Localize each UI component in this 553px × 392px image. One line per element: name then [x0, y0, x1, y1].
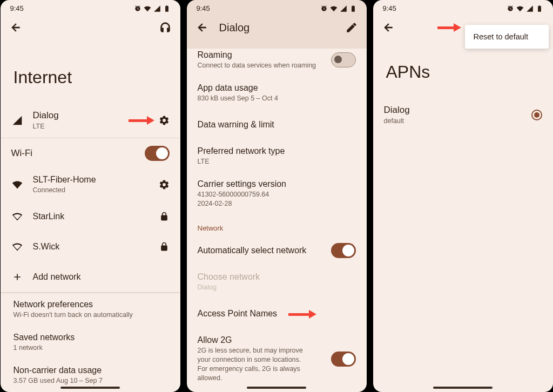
setting-sub: 41302-56000000759.642024-02-28	[198, 190, 356, 208]
lock-indicator	[159, 211, 170, 222]
alarm-icon	[134, 5, 141, 12]
pref-sub: Wi-Fi doesn't turn back on automatically	[14, 311, 167, 319]
gear-icon	[159, 115, 170, 126]
network-name: StarLink	[33, 212, 149, 221]
apn-radio[interactable]	[531, 110, 542, 120]
alarm-icon	[507, 5, 514, 12]
pref-title: Network preferences	[14, 300, 167, 309]
setting-toggle[interactable]	[331, 52, 356, 67]
setting-sub: 830 kB used Sep 5 – Oct 4	[198, 94, 356, 103]
setting-title: Allow 2G	[198, 335, 321, 345]
wifi-status-icon	[144, 5, 151, 12]
nav-pill[interactable]	[60, 387, 120, 389]
setting-sub: Dialog	[198, 283, 356, 292]
carrier-name: Dialog	[33, 110, 149, 121]
clock: 9:45	[383, 4, 396, 12]
pref-row[interactable]: Saved networks1 network	[1, 326, 180, 359]
setting-row[interactable]: Automatically select network	[187, 235, 367, 266]
section-network: Network	[187, 214, 367, 235]
setting-row: Choose networkDialog	[187, 266, 367, 299]
setting-title: Automatically select network	[198, 246, 321, 255]
carrier-row[interactable]: Dialog LTE	[1, 104, 180, 138]
lock-indicator	[159, 241, 170, 252]
nav-pill[interactable]	[247, 387, 306, 389]
topbar	[1, 15, 180, 40]
back-button[interactable]	[195, 21, 208, 34]
plus-icon	[12, 272, 23, 282]
network-name: S.Wick	[33, 242, 149, 252]
callout-arrow-3	[437, 23, 461, 32]
signal-icon	[153, 5, 161, 12]
setting-row[interactable]: Carrier settings version41302-5600000075…	[187, 173, 367, 215]
pref-title: Non-carrier data usage	[14, 366, 167, 375]
menu-reset-default[interactable]: Reset to default	[474, 32, 540, 41]
clock: 9:45	[197, 4, 210, 12]
apn-name: Dialog	[384, 105, 522, 116]
wifi-status-icon	[330, 5, 338, 12]
wifi-icon	[12, 241, 23, 252]
screen-apns: 9:45 Reset to default APNs Dialog defaul…	[373, 0, 553, 392]
lock-icon	[159, 211, 170, 222]
setting-row[interactable]: Allow 2G2G is less secure, but may impro…	[187, 329, 367, 389]
setting-title: Data warning & limit	[198, 120, 356, 130]
setting-toggle[interactable]	[331, 352, 356, 367]
setting-sub: Connect to data services when roaming	[198, 61, 321, 70]
setting-title: App data usage	[198, 83, 356, 93]
network-settings-button[interactable]	[159, 179, 170, 190]
wifi-network-row[interactable]: StarLink	[1, 201, 180, 232]
signal-icon	[340, 5, 347, 12]
wifi-icon	[12, 179, 23, 190]
setting-row[interactable]: RoamingConnect to data services when roa…	[187, 44, 367, 77]
setting-row[interactable]: Preferred network typeLTE	[187, 140, 367, 173]
edit-button[interactable]	[345, 21, 358, 34]
alarm-icon	[320, 5, 328, 12]
setting-title: Carrier settings version	[198, 179, 356, 189]
wifi-toggle-row[interactable]: Wi-Fi	[1, 138, 180, 168]
pref-row[interactable]: Network preferencesWi-Fi doesn't turn ba…	[1, 293, 180, 326]
apn-sub: default	[384, 117, 522, 126]
back-button[interactable]	[9, 21, 22, 34]
signal-icon	[12, 115, 23, 126]
status-bar: 9:45	[187, 0, 367, 15]
screen-internet: 9:45 Internet Dialog LTE	[1, 0, 180, 392]
lock-icon	[159, 241, 170, 252]
status-icons	[507, 5, 543, 12]
setting-row[interactable]: Data warning & limit	[187, 110, 367, 140]
add-network-row[interactable]: Add network	[1, 262, 180, 292]
carrier-sub: LTE	[33, 122, 149, 131]
setting-title: Access Point Names	[198, 309, 356, 319]
page-title: APNs	[373, 40, 553, 98]
setting-title: Roaming	[198, 50, 321, 60]
battery-icon	[536, 5, 543, 12]
status-icons	[320, 5, 357, 12]
pref-sub: 1 network	[14, 344, 167, 352]
status-bar: 9:45	[1, 0, 180, 15]
gear-icon	[159, 179, 170, 190]
status-icons	[134, 5, 171, 12]
wifi-network-row[interactable]: S.Wick	[1, 232, 180, 262]
page-title: Internet	[1, 40, 180, 104]
status-bar: 9:45	[373, 0, 553, 15]
screen-carrier-settings: 9:45 Dialog RoamingConnect to data servi…	[187, 0, 367, 392]
network-name: SLT-Fiber-Home	[33, 175, 149, 185]
battery-icon	[163, 5, 171, 12]
signal-icon	[526, 5, 534, 12]
topbar: Dialog	[187, 15, 367, 40]
carrier-settings-button[interactable]	[159, 115, 170, 126]
pref-sub: 3.57 GB used Aug 10 – Sep 7	[14, 377, 167, 384]
help-button[interactable]	[159, 21, 172, 34]
nav-pill[interactable]	[433, 387, 493, 389]
wifi-icon	[12, 211, 23, 222]
setting-title: Preferred network type	[198, 146, 356, 156]
back-button[interactable]	[382, 21, 395, 34]
setting-row[interactable]: App data usage830 kB used Sep 5 – Oct 4	[187, 77, 367, 110]
add-network-label: Add network	[33, 272, 170, 282]
clock: 9:45	[10, 4, 24, 12]
apn-row[interactable]: Dialog default	[373, 98, 553, 132]
setting-toggle[interactable]	[331, 243, 356, 258]
wifi-toggle[interactable]	[145, 146, 170, 161]
setting-row[interactable]: Access Point Names	[187, 299, 367, 329]
wifi-network-row[interactable]: SLT-Fiber-HomeConnected	[1, 168, 180, 201]
setting-sub: 2G is less secure, but may improve your …	[198, 346, 311, 383]
setting-title: Choose network	[198, 272, 356, 282]
